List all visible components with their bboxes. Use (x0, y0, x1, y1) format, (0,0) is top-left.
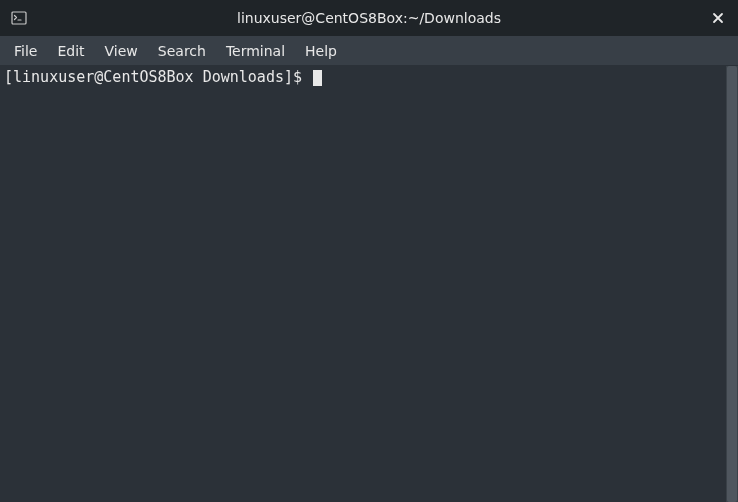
terminal-content[interactable]: [linuxuser@CentOS8Box Downloads]$ (0, 66, 726, 502)
svg-rect-0 (12, 12, 26, 24)
close-button[interactable] (708, 8, 728, 28)
terminal-area: [linuxuser@CentOS8Box Downloads]$ (0, 66, 738, 502)
menubar: File Edit View Search Terminal Help (0, 36, 738, 66)
prompt-line: [linuxuser@CentOS8Box Downloads]$ (4, 68, 722, 88)
shell-prompt: [linuxuser@CentOS8Box Downloads]$ (4, 68, 302, 86)
menu-edit[interactable]: Edit (47, 39, 94, 63)
menu-search[interactable]: Search (148, 39, 216, 63)
terminal-icon (10, 9, 28, 27)
cursor (313, 70, 322, 86)
scrollbar-thumb[interactable] (727, 66, 737, 502)
menu-view[interactable]: View (95, 39, 148, 63)
window-title: linuxuser@CentOS8Box:~/Downloads (237, 10, 501, 26)
menu-help[interactable]: Help (295, 39, 347, 63)
menu-terminal[interactable]: Terminal (216, 39, 295, 63)
vertical-scrollbar[interactable] (726, 66, 738, 502)
menu-file[interactable]: File (4, 39, 47, 63)
window-titlebar: linuxuser@CentOS8Box:~/Downloads (0, 0, 738, 36)
